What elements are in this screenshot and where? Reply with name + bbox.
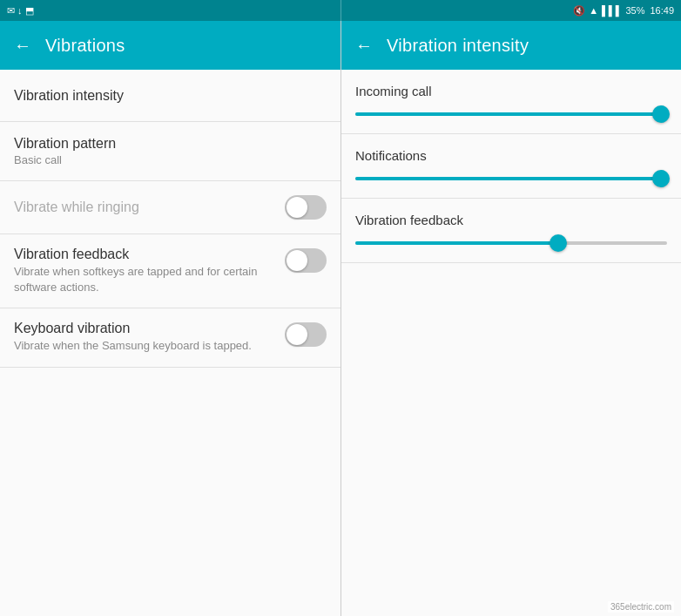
right-back-button[interactable]: ←	[355, 36, 373, 56]
incoming-call-label: Incoming call	[355, 84, 667, 98]
vibrate-while-ringing-text: Vibrate while ringing	[14, 200, 285, 215]
status-bar-left: ✉ ↓ ⬒	[0, 0, 340, 21]
left-app-bar: ← Vibrations	[0, 21, 340, 70]
incoming-call-section: Incoming call	[341, 70, 681, 134]
right-panel-title: Vibration intensity	[387, 36, 529, 56]
keyboard-vibration-title: Keyboard vibration	[14, 321, 285, 336]
vibration-intensity-item[interactable]: Vibration intensity	[0, 70, 340, 122]
status-bar: ✉ ↓ ⬒ 🔇 ▲ ▌▌▌ 35% 16:49	[0, 0, 681, 21]
notifications-slider-container[interactable]	[355, 173, 667, 191]
notifications-track	[355, 177, 667, 180]
vibration-pattern-subtitle: Basic call	[14, 153, 327, 166]
time-display: 16:49	[650, 5, 674, 16]
right-app-bar: ← Vibration intensity	[341, 21, 681, 70]
incoming-call-thumb[interactable]	[652, 105, 670, 123]
right-screen-content: Incoming call Notifications	[341, 70, 681, 616]
vibration-feedback-subtitle: Vibrate when softkeys are tapped and for…	[14, 264, 258, 295]
vibrate-while-ringing-title: Vibrate while ringing	[14, 200, 285, 215]
left-screen-content: Vibration intensity Vibration pattern Ba…	[0, 70, 340, 616]
keyboard-vibration-subtitle: Vibrate when the Samsung keyboard is tap…	[14, 338, 258, 354]
incoming-call-slider-container[interactable]	[355, 109, 667, 126]
left-back-button[interactable]: ←	[14, 36, 31, 56]
notifications-label: Notifications	[355, 148, 667, 163]
keyboard-vibration-item[interactable]: Keyboard vibration Vibrate when the Sams…	[0, 308, 340, 367]
status-bar-right: 🔇 ▲ ▌▌▌ 35% 16:49	[341, 0, 682, 21]
notifications-section: Notifications	[341, 134, 681, 199]
notifications-thumb[interactable]	[652, 170, 670, 187]
left-panel-title: Vibrations	[45, 36, 125, 56]
watermark: 365electric.com	[608, 601, 674, 613]
vibrate-while-ringing-toggle[interactable]	[285, 195, 327, 220]
vibration-feedback-title: Vibration feedback	[14, 247, 285, 262]
vibration-intensity-text: Vibration intensity	[14, 88, 327, 104]
right-panel: ← Vibration intensity Incoming call Noti…	[340, 21, 681, 616]
left-panel: ← Vibrations Vibration intensity Vibrati…	[0, 21, 340, 616]
keyboard-vibration-text: Keyboard vibration Vibrate when the Sams…	[14, 321, 285, 354]
vibration-pattern-item[interactable]: Vibration pattern Basic call	[0, 122, 340, 181]
incoming-call-fill	[355, 112, 661, 116]
vibration-feedback-toggle[interactable]	[285, 248, 327, 273]
incoming-call-track	[355, 112, 667, 116]
battery-percent: 35%	[625, 5, 644, 16]
vibration-intensity-title: Vibration intensity	[14, 88, 327, 104]
vib-feedback-slider-container[interactable]	[355, 238, 667, 255]
vib-feedback-thumb[interactable]	[550, 234, 567, 252]
vibration-pattern-text: Vibration pattern Basic call	[14, 136, 327, 166]
signal-icon: ▌▌▌	[602, 5, 622, 16]
notifications-fill	[355, 177, 661, 180]
screens-container: ← Vibrations Vibration intensity Vibrati…	[0, 21, 681, 616]
vib-feedback-fill	[355, 241, 558, 245]
vibration-feedback-text: Vibration feedback Vibrate when softkeys…	[14, 247, 285, 295]
vibration-feedback-item[interactable]: Vibration feedback Vibrate when softkeys…	[0, 234, 340, 308]
wifi-icon: ▲	[589, 5, 598, 16]
mute-icon: 🔇	[573, 5, 585, 17]
notification-icons: ✉ ↓ ⬒	[7, 5, 34, 17]
vibration-pattern-title: Vibration pattern	[14, 136, 327, 152]
vib-feedback-section: Vibration feedback	[341, 199, 681, 263]
keyboard-vibration-toggle[interactable]	[285, 322, 327, 347]
vib-feedback-track	[355, 241, 667, 245]
vib-feedback-label: Vibration feedback	[355, 213, 667, 227]
vibrate-while-ringing-item[interactable]: Vibrate while ringing	[0, 181, 340, 234]
